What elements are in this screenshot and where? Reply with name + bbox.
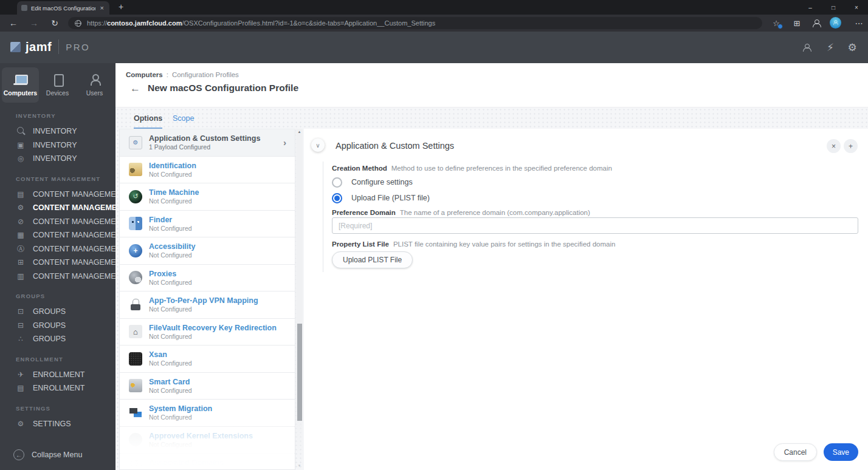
payload-row[interactable]: App-To-Per-App VPN Mapping Not Configure… — [120, 291, 295, 319]
tab-close-icon[interactable]: × — [99, 4, 105, 12]
tab-options[interactable]: Options — [134, 107, 162, 129]
add-payload-button[interactable]: + — [844, 139, 858, 153]
search-icon — [16, 126, 26, 136]
smart-groups-icon: ⊡ — [16, 307, 26, 316]
browser-profile-avatar[interactable] — [830, 17, 841, 29]
static-groups-icon: ⊟ — [16, 321, 26, 330]
reload-button[interactable]: ↻ — [46, 15, 63, 32]
address-bar[interactable]: https://contoso.jamfcloud.com/OSXConfigu… — [68, 17, 762, 29]
tabs-strip: Options Scope — [115, 107, 868, 129]
sidebar-item[interactable]: ▥ CONTENT MANAGEMENT — [16, 270, 115, 284]
module-tab[interactable]: Users — [76, 67, 113, 103]
sidebar-item[interactable]: ⚙ CONTENT MANAGEMENT — [16, 201, 115, 215]
settings-gear-icon[interactable]: ⚙ — [841, 32, 863, 63]
panel-title: Application & Custom Settings — [336, 141, 454, 151]
payload-row[interactable]: Xsan Not Configured — [120, 346, 295, 373]
browser-toolbar: ← → ↻ https://contoso.jamfcloud.com/OSXC… — [0, 15, 868, 32]
sidebar-item-label: INVENTORY — [33, 141, 77, 149]
new-tab-button[interactable]: + — [115, 2, 126, 12]
save-button[interactable]: Save — [824, 443, 858, 461]
payload-row[interactable]: Associated Domains Not Configured — [120, 454, 295, 470]
sidebar-item[interactable]: ⚙ SETTINGS — [16, 417, 115, 431]
sidebar-item-label: SETTINGS — [33, 420, 71, 428]
window-minimize-button[interactable]: – — [799, 0, 822, 15]
section-label: ENROLLMENT — [16, 356, 115, 363]
sidebar-item-label: ENROLLMENT — [33, 384, 84, 392]
sidebar-item-label: CONTENT MANAGEMENT — [33, 245, 115, 253]
payload-status: Not Configured — [149, 468, 280, 470]
vpn-icon — [129, 298, 142, 312]
account-icon[interactable] — [796, 32, 818, 63]
sidebar-sections: INVENTORY INVENTORY ▣ INVENTORY — [0, 103, 115, 431]
sidebar-item-label: GROUPS — [33, 335, 66, 343]
sidebar-item[interactable]: ∴ GROUPS — [16, 332, 115, 346]
payload-row[interactable]: Smart Card Not Configured — [120, 373, 295, 400]
collapse-panel-button[interactable]: ∨ — [311, 138, 325, 152]
payload-list-scrollbar[interactable]: ▲ ▼ — [296, 129, 303, 470]
scrollbar-thumb[interactable] — [297, 324, 302, 421]
avatar-person-icon — [833, 20, 838, 25]
xsan-icon — [129, 352, 142, 366]
sidebar-item[interactable]: INVENTORY — [16, 124, 115, 138]
sidebar-item[interactable]: ▣ INVENTORY — [16, 138, 115, 152]
breadcrumb-root[interactable]: Computers — [126, 71, 163, 78]
page-header: Computers : Configuration Profiles ← New… — [115, 63, 868, 107]
payload-row[interactable]: + Accessibility Not Configured — [120, 237, 295, 265]
sidebar-item[interactable]: ⊟ GROUPS — [16, 319, 115, 333]
payload-title: Identification — [149, 162, 280, 170]
payload-row[interactable]: Finder Not Configured — [120, 211, 295, 238]
sidebar-item-label: ENROLLMENT — [33, 370, 84, 379]
back-arrow-icon[interactable]: ← — [130, 83, 140, 95]
window-maximize-button[interactable]: □ — [822, 0, 845, 15]
preference-domain-input[interactable] — [332, 217, 858, 234]
back-button[interactable]: ← — [5, 15, 22, 32]
sidebar-item[interactable]: ⊡ GROUPS — [16, 305, 115, 319]
upload-plist-button[interactable]: Upload PLIST File — [332, 251, 413, 268]
payload-title: FileVault Recovery Key Redirection — [149, 324, 280, 332]
sidebar-item-label: CONTENT MANAGEMENT — [33, 203, 115, 212]
payload-row[interactable]: Proxies Not Configured — [120, 265, 295, 292]
radio-icon[interactable] — [332, 193, 342, 203]
collapse-menu-button[interactable]: ← Collapse Menu — [13, 449, 82, 460]
sidebar-item[interactable]: ◎ INVENTORY — [16, 152, 115, 166]
tab-favicon-icon — [21, 5, 27, 11]
radio-option[interactable]: Configure settings — [332, 174, 430, 190]
sidebar-item[interactable]: ⊘ CONTENT MANAGEMENT — [16, 215, 115, 229]
payload-row[interactable]: ⚙ Application & Custom Settings 1 Payloa… — [120, 129, 295, 157]
payload-title: Smart Card — [149, 378, 280, 386]
sidebar-item[interactable]: ⊞ CONTENT MANAGEMENT — [16, 256, 115, 270]
property-list-file-label-row: Property List FilePLIST file containing … — [332, 240, 615, 248]
browser-tab[interactable]: Edit macOS Configuration Profile × — [17, 1, 109, 15]
module-tab[interactable]: Computers — [2, 67, 39, 103]
site-info-icon[interactable] — [75, 20, 81, 27]
browser-menu-icon[interactable]: ⋯ — [850, 15, 868, 32]
scroll-down-icon[interactable]: ▼ — [296, 464, 303, 468]
payload-row[interactable]: ⌂ FileVault Recovery Key Redirection Not… — [120, 319, 295, 346]
forward-button[interactable]: → — [26, 15, 43, 32]
payload-row[interactable]: Approved Kernel Extensions Not Configure… — [120, 427, 295, 454]
sidebar-item[interactable]: ▤ CONTENT MANAGEMENT — [16, 188, 115, 202]
sidebar-item[interactable]: Ⓐ CONTENT MANAGEMENT — [16, 242, 115, 256]
cancel-button[interactable]: Cancel — [774, 443, 817, 461]
feedback-icon[interactable] — [808, 15, 826, 32]
radio-icon[interactable] — [332, 177, 342, 188]
section-label: GROUPS — [16, 293, 115, 299]
sidebar-item[interactable]: ▤ ENROLLMENT — [16, 381, 115, 395]
favorites-icon[interactable]: ☆ — [767, 15, 785, 32]
enrollment-invitations-icon: ✈ — [16, 370, 26, 380]
sidebar-item[interactable]: ▦ CONTENT MANAGEMENT — [16, 228, 115, 242]
sidebar-item-label: CONTENT MANAGEMENT — [33, 258, 115, 267]
payload-row[interactable]: Identification Not Configured — [120, 157, 295, 184]
module-tab[interactable]: Devices — [39, 67, 76, 103]
collections-icon[interactable]: ⊞ — [788, 15, 806, 32]
radio-option[interactable]: Upload File (PLIST file) — [332, 190, 430, 206]
payload-row[interactable]: ↺ Time Machine Not Configured — [120, 183, 295, 211]
tab-scope[interactable]: Scope — [173, 107, 194, 129]
quick-actions-icon[interactable]: ⚡ — [819, 32, 841, 63]
payload-row[interactable]: System Migration Not Configured — [120, 400, 295, 427]
sidebar-item[interactable]: ✈ ENROLLMENT — [16, 368, 115, 382]
window-close-button[interactable]: × — [845, 0, 868, 15]
scroll-up-icon[interactable]: ▲ — [296, 130, 303, 134]
remove-payload-button[interactable]: × — [827, 139, 841, 153]
payload-status: Not Configured — [149, 305, 280, 313]
